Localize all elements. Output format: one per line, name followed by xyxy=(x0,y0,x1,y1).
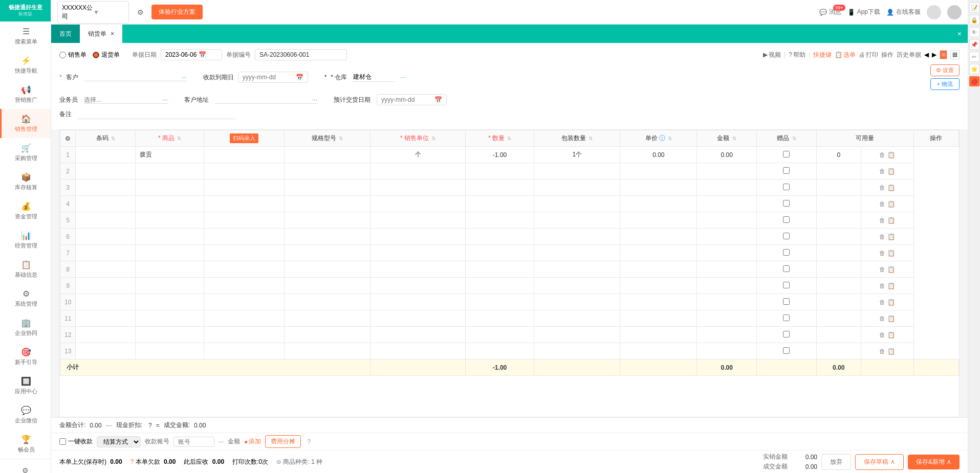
row-barcode-2[interactable] xyxy=(76,179,136,196)
row-qty-0[interactable]: -1.00 xyxy=(466,147,534,163)
row-barcode-7[interactable] xyxy=(76,261,136,278)
sidebar-item-purchase[interactable]: 🛒 采购管理 xyxy=(0,138,51,167)
row-spec-12[interactable] xyxy=(285,343,371,359)
row-barcode-6[interactable] xyxy=(76,245,136,261)
save-draft-btn[interactable]: 保存草稿 ∧ xyxy=(855,454,904,470)
customer-address-wrap[interactable]: ··· xyxy=(215,96,317,104)
discard-btn[interactable]: 放弃 xyxy=(821,454,851,470)
row-spec-6[interactable] xyxy=(285,245,371,261)
row-amount-5[interactable] xyxy=(697,229,757,245)
row-gift-3[interactable] xyxy=(757,196,817,212)
row-gift-12[interactable] xyxy=(757,343,817,359)
row-gift-2[interactable] xyxy=(757,179,817,196)
row-gift-4[interactable] xyxy=(757,212,817,229)
choose-order-btn[interactable]: 📋 选单 xyxy=(835,51,856,59)
row-pack-qty-9[interactable] xyxy=(534,294,620,310)
row-amount-0[interactable]: 0.00 xyxy=(697,147,757,163)
row-copy-5[interactable]: 📋 xyxy=(887,233,895,240)
customer-dots[interactable]: ··· xyxy=(182,74,187,81)
sidebar-item-appstore[interactable]: 🔲 应用中心 xyxy=(0,371,51,400)
row-qty-10[interactable] xyxy=(466,310,534,327)
row-delete-8[interactable]: 🗑 xyxy=(879,282,885,289)
operate-btn[interactable]: 操作 xyxy=(881,51,894,59)
row-unit-6[interactable] xyxy=(371,245,466,261)
row-delete-5[interactable]: 🗑 xyxy=(879,233,885,240)
right-btn-2[interactable]: 🔒 xyxy=(969,15,979,25)
row-gift-10[interactable] xyxy=(757,310,817,327)
row-amount-4[interactable] xyxy=(697,212,757,229)
payment-method-select[interactable]: 结算方式 xyxy=(97,436,141,447)
row-price-9[interactable] xyxy=(620,294,697,310)
row-delete-3[interactable]: 🗑 xyxy=(879,200,885,208)
row-gift-check-3[interactable] xyxy=(783,200,790,207)
row-unit-12[interactable] xyxy=(371,343,466,359)
row-price-2[interactable] xyxy=(620,179,697,196)
save-new-btn[interactable]: 保存&新增 ∧ xyxy=(908,455,960,469)
row-unit-7[interactable] xyxy=(371,261,466,278)
row-gift-check-8[interactable] xyxy=(783,282,790,288)
online-service-btn[interactable]: 👤 在线客服 xyxy=(886,8,921,16)
row-product-3[interactable] xyxy=(136,196,204,212)
row-amount-12[interactable] xyxy=(697,343,757,359)
trial-btn[interactable]: 体验行业方案 xyxy=(151,5,203,19)
row-qty-8[interactable] xyxy=(466,278,534,294)
video-btn[interactable]: ▶ 视频 xyxy=(763,51,781,59)
row-copy-6[interactable]: 📋 xyxy=(887,250,895,257)
row-gift-check-1[interactable] xyxy=(783,167,790,174)
row-qty-5[interactable] xyxy=(466,229,534,245)
row-pack-qty-12[interactable] xyxy=(534,343,620,359)
row-copy-1[interactable]: 📋 xyxy=(887,168,895,175)
row-copy-10[interactable]: 📋 xyxy=(887,315,895,322)
row-product-9[interactable] xyxy=(136,294,204,310)
row-amount-9[interactable] xyxy=(697,294,757,310)
row-spec-3[interactable] xyxy=(285,196,371,212)
row-product-0[interactable]: 拨贡 xyxy=(136,147,204,163)
row-price-10[interactable] xyxy=(620,310,697,327)
salesperson-input[interactable] xyxy=(84,96,161,103)
row-gift-check-12[interactable] xyxy=(783,347,790,354)
row-qty-9[interactable] xyxy=(466,294,534,310)
row-gift-6[interactable] xyxy=(757,245,817,261)
row-gift-check-0[interactable] xyxy=(783,151,790,157)
row-gift-8[interactable] xyxy=(757,278,817,294)
topbar-gear-btn[interactable]: ⚙ xyxy=(133,5,147,19)
row-copy-8[interactable]: 📋 xyxy=(887,282,895,289)
sidebar-item-sales[interactable]: 🏠 销售管理 xyxy=(0,109,51,138)
row-gift-check-2[interactable] xyxy=(783,184,790,190)
row-unit-5[interactable] xyxy=(371,229,466,245)
sort-qty[interactable]: ⇅ xyxy=(507,136,511,141)
row-copy-9[interactable]: 📋 xyxy=(887,299,895,306)
sidebar-item-wechat[interactable]: 💬 企业微信 xyxy=(0,400,51,430)
company-select[interactable]: XXXXXX公司 ▼ xyxy=(57,1,129,24)
settings-btn[interactable]: ⚙ 设置 xyxy=(930,64,960,76)
one-click-pay-checkbox[interactable]: 一键收款 xyxy=(59,437,93,446)
sidebar-item-basic[interactable]: 📋 基础信息 xyxy=(0,255,51,284)
right-btn-5[interactable]: ✏ xyxy=(969,52,979,62)
radio-return-input[interactable] xyxy=(93,52,99,58)
right-btn-6[interactable]: ⭐ xyxy=(969,64,979,74)
tab-sales-order[interactable]: 销货单 × xyxy=(80,25,122,43)
row-pack-qty-7[interactable] xyxy=(534,261,620,278)
app-download-btn[interactable]: 📱 App下载 xyxy=(847,8,880,16)
row-gift-check-4[interactable] xyxy=(783,216,790,223)
warehouse-dots[interactable]: ··· xyxy=(400,74,405,81)
warehouse-input-wrap[interactable]: 建材仓 xyxy=(353,73,394,82)
tab-close-icon[interactable]: × xyxy=(111,30,114,37)
user-avatar[interactable] xyxy=(927,5,941,19)
logistics-btn[interactable]: + 物流 xyxy=(930,78,960,90)
sidebar-item-operation[interactable]: 📊 经营管理 xyxy=(0,226,51,255)
help-btn[interactable]: ? 帮助 xyxy=(789,51,805,59)
row-product-1[interactable] xyxy=(136,163,204,179)
close-window-btn[interactable]: × xyxy=(951,25,968,43)
tab-home[interactable]: 首页 xyxy=(51,25,80,43)
row-gift-9[interactable] xyxy=(757,294,817,310)
row-copy-3[interactable]: 📋 xyxy=(887,200,895,208)
history-btn[interactable]: 历史单据 xyxy=(897,51,921,59)
row-delete-11[interactable]: 🗑 xyxy=(879,331,885,339)
date-field[interactable]: 2023-06-06 📅 xyxy=(161,49,222,60)
this-order-lack-icon[interactable]: ? xyxy=(130,458,134,465)
row-delete-1[interactable]: 🗑 xyxy=(879,168,885,175)
row-pack-qty-8[interactable] xyxy=(534,278,620,294)
row-product-4[interactable] xyxy=(136,212,204,229)
row-amount-10[interactable] xyxy=(697,310,757,327)
